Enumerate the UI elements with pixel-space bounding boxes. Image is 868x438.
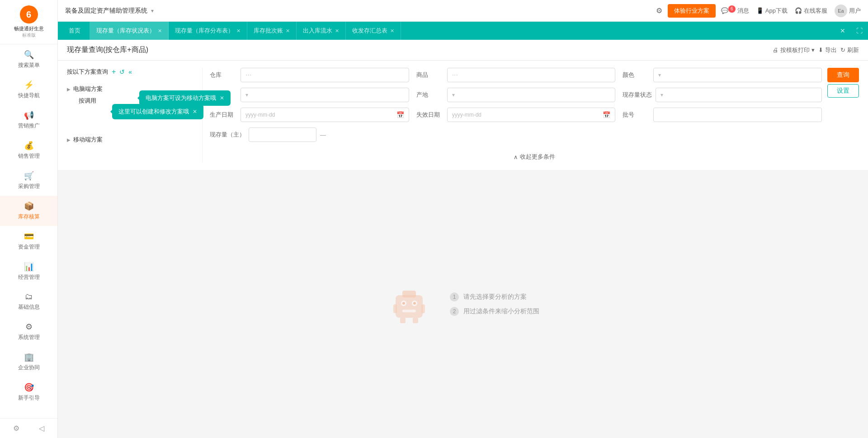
svg-rect-10 bbox=[413, 318, 418, 323]
tab-batch-account-close[interactable]: ✕ bbox=[286, 28, 290, 33]
svg-rect-0 bbox=[396, 295, 423, 318]
expiry-date-field: 失效日期 yyyy-mm-dd 📅 bbox=[416, 108, 616, 122]
sidebar-item-guide[interactable]: 🎯 新手引导 bbox=[0, 377, 57, 407]
empty-state: 1 请先选择要分析的方案 2 用过滤条件来缩小分析范围 bbox=[387, 282, 539, 327]
stock-status-input[interactable]: ▾ bbox=[656, 88, 822, 102]
expiry-date-label: 失效日期 bbox=[416, 111, 443, 119]
goods-dots: ··· bbox=[452, 71, 458, 79]
online-support-btn[interactable]: 🎧 在线客服 bbox=[795, 7, 827, 15]
collapse-up-icon: ∧ bbox=[514, 154, 518, 160]
svg-rect-1 bbox=[402, 291, 416, 297]
sidebar-item-label: 基础信息 bbox=[18, 303, 40, 311]
expiry-date-input[interactable]: yyyy-mm-dd 📅 bbox=[447, 108, 616, 122]
mobile-expand-icon: ▶ bbox=[67, 137, 71, 142]
manufacture-date-field: 生产日期 yyyy-mm-dd 📅 bbox=[210, 108, 409, 122]
back-icon[interactable]: « bbox=[128, 68, 132, 75]
sidebar-item-label: 快捷导航 bbox=[18, 92, 40, 99]
sidebar-item-quick-nav[interactable]: ⚡ 快捷导航 bbox=[0, 75, 57, 105]
add-solution-icon[interactable]: + bbox=[112, 68, 116, 75]
tab-stock-status-close[interactable]: ✕ bbox=[158, 28, 162, 33]
warehouse-input[interactable]: ··· bbox=[241, 68, 409, 82]
batch-input[interactable] bbox=[653, 108, 822, 122]
sidebar-item-inventory[interactable]: 📦 库存核算 bbox=[0, 196, 57, 226]
qty-main-label: 现存量（主） bbox=[210, 131, 245, 139]
base-info-icon: 🗂 bbox=[25, 292, 33, 301]
message-btn[interactable]: 💬 6 消息 bbox=[721, 7, 749, 15]
tab-batch-account[interactable]: 库存批次账 ✕ bbox=[247, 22, 297, 40]
origin-input[interactable]: ▾ bbox=[447, 88, 616, 102]
template-print-dropdown-icon[interactable]: ▾ bbox=[811, 47, 815, 53]
tab-recv-send-close[interactable]: ✕ bbox=[390, 28, 394, 33]
goods-field: 商品 ··· bbox=[416, 68, 616, 82]
sidebar-item-enterprise[interactable]: 🏢 企业协同 bbox=[0, 347, 57, 377]
tab-recv-send[interactable]: 收发存汇总表 ✕ bbox=[346, 22, 401, 40]
sidebar-item-ops[interactable]: 📊 经营管理 bbox=[0, 256, 57, 287]
message-badge: 6 bbox=[728, 5, 736, 13]
tab-stock-dist-close[interactable]: ✕ bbox=[236, 28, 241, 33]
manufacture-date-input[interactable]: yyyy-mm-dd 📅 bbox=[241, 108, 409, 122]
search-btn-group: 查询 设置 bbox=[827, 68, 859, 98]
sidebar-bottom: ⚙ ◁ bbox=[0, 418, 57, 438]
settings-bottom-icon[interactable]: ⚙ bbox=[13, 424, 19, 433]
sidebar-item-label: 库存核算 bbox=[18, 213, 40, 221]
sidebar-item-search-menu[interactable]: 🔍 搜索菜单 bbox=[0, 44, 57, 75]
batch-label: 批号 bbox=[623, 111, 650, 119]
sidebar-item-sales[interactable]: 💰 销售管理 bbox=[0, 135, 57, 165]
sidebar-item-label: 资金管理 bbox=[18, 243, 40, 251]
expiry-date-calendar-icon: 📅 bbox=[603, 111, 610, 118]
search-btn[interactable]: 查询 bbox=[827, 68, 859, 82]
topbar-settings-icon[interactable]: ⚙ bbox=[656, 6, 662, 15]
qty-row: 现存量（主） — bbox=[210, 127, 822, 142]
trial-btn[interactable]: 体验行业方案 bbox=[668, 4, 716, 18]
size-input[interactable]: ▾ bbox=[241, 88, 409, 102]
app-download-btn[interactable]: 📱 App下载 bbox=[756, 7, 788, 15]
export-btn[interactable]: ⬇ 导出 bbox=[818, 46, 837, 54]
collapse-sidebar-icon[interactable]: ◁ bbox=[39, 424, 44, 433]
sidebar-item-purchase[interactable]: 🛒 采购管理 bbox=[0, 165, 57, 196]
filter-label: 按以下方案查询 bbox=[67, 68, 108, 76]
solution-tree-mobile[interactable]: ▶ 移动端方案 bbox=[67, 134, 195, 146]
user-btn[interactable]: Ea 用户 bbox=[835, 5, 861, 17]
print-icon: 🖨 bbox=[773, 47, 778, 53]
tab-close-all-icon[interactable]: ✕ bbox=[836, 27, 849, 34]
solution-tooltip-close[interactable]: ✕ bbox=[220, 95, 224, 101]
sidebar-item-asset[interactable]: 💳 资金管理 bbox=[0, 226, 57, 256]
color-input[interactable]: ▾ bbox=[653, 68, 822, 82]
filter-row-3: 生产日期 yyyy-mm-dd 📅 失效日期 yyyy-mm bbox=[210, 108, 822, 122]
desktop-expand-icon: ▶ bbox=[67, 87, 71, 92]
sidebar-item-base-info[interactable]: 🗂 基础信息 bbox=[0, 287, 57, 316]
edit-tooltip: 这里可以创建和修改方案哦 ✕ bbox=[112, 104, 203, 119]
template-print-btn[interactable]: 🖨 按模板打印 ▾ bbox=[773, 46, 815, 54]
system-icon: ⚙ bbox=[25, 322, 33, 332]
desktop-label: 电脑端方案 bbox=[73, 85, 103, 93]
tab-in-out-flow-close[interactable]: ✕ bbox=[335, 28, 339, 33]
export-icon: ⬇ bbox=[818, 47, 823, 53]
goods-input[interactable]: ··· bbox=[447, 68, 616, 82]
setting-btn[interactable]: 设置 bbox=[827, 84, 859, 98]
svg-rect-8 bbox=[421, 304, 425, 313]
refresh-btn[interactable]: ↻ 刷新 bbox=[840, 46, 859, 54]
filter-area: 按以下方案查询 + ↺ « 电脑方案可设为移动方案哦 ✕ ▶ bbox=[58, 61, 868, 170]
empty-tips: 1 请先选择要分析的方案 2 用过滤条件来缩小分析范围 bbox=[450, 292, 539, 316]
refresh-solution-icon[interactable]: ↺ bbox=[119, 68, 125, 75]
guide-icon: 🎯 bbox=[24, 382, 34, 392]
qty-main-from-input[interactable] bbox=[249, 127, 316, 142]
collapse-row[interactable]: ∧ 收起更多条件 bbox=[210, 147, 859, 163]
tab-stock-status[interactable]: 现存量（库存状况表） ✕ bbox=[90, 22, 169, 40]
sidebar-item-label: 系统管理 bbox=[18, 334, 40, 341]
edit-tooltip-close[interactable]: ✕ bbox=[193, 108, 197, 115]
tab-home[interactable]: 首页 bbox=[60, 22, 90, 40]
tab-stock-dist[interactable]: 现存量（库存分布表） ✕ bbox=[169, 22, 247, 40]
marketing-icon: 📢 bbox=[24, 110, 34, 120]
asset-icon: 💳 bbox=[24, 231, 34, 241]
sidebar-item-system[interactable]: ⚙ 系统管理 bbox=[0, 316, 57, 347]
system-dropdown-icon[interactable]: ▾ bbox=[151, 8, 154, 14]
tab-fullscreen-icon[interactable]: ⛶ bbox=[853, 27, 866, 34]
refresh-icon: ↻ bbox=[840, 47, 845, 53]
sidebar-item-marketing[interactable]: 📢 营销推广 bbox=[0, 105, 57, 135]
collapse-label: 收起更多条件 bbox=[520, 153, 555, 161]
page-title: 现存量查询(按仓库+商品) bbox=[67, 45, 148, 55]
empty-state-illustration bbox=[387, 282, 432, 327]
tab-in-out-flow[interactable]: 出入库流水 ✕ bbox=[297, 22, 346, 40]
solution-tooltip-text: 电脑方案可设为移动方案哦 bbox=[146, 94, 216, 102]
